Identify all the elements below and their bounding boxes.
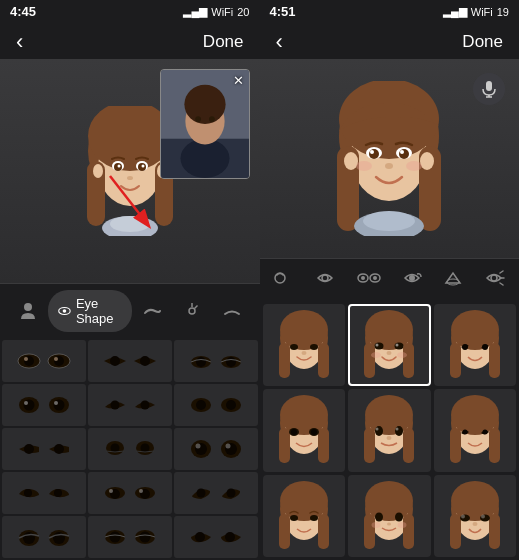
svg-rect-150	[279, 428, 290, 463]
left-toolbar: Eye Shape	[0, 283, 260, 338]
right-toolbar-icon-3[interactable]	[350, 265, 388, 295]
eye-cell-13[interactable]	[2, 516, 86, 558]
svg-point-172	[482, 430, 487, 435]
svg-point-28	[189, 308, 195, 314]
svg-point-171	[462, 430, 467, 435]
svg-point-163	[376, 428, 379, 431]
svg-point-126	[310, 344, 318, 350]
rt-icon-5	[442, 269, 464, 287]
svg-rect-143	[450, 343, 461, 378]
right-memoji	[324, 81, 454, 236]
toolbar-person[interactable]	[8, 295, 48, 327]
svg-rect-151	[318, 428, 329, 463]
eye-cell-4[interactable]	[2, 384, 86, 426]
face-cell-1[interactable]	[263, 304, 346, 387]
eye-cell-5[interactable]	[88, 384, 172, 426]
right-toolbar-icon-6[interactable]	[477, 265, 511, 295]
svg-rect-132	[403, 343, 414, 378]
svg-point-162	[395, 426, 403, 436]
svg-point-50	[140, 401, 149, 410]
eye-cell-1[interactable]	[2, 340, 86, 382]
toolbar-lash[interactable]	[172, 295, 212, 327]
eye-cell-6[interactable]	[174, 384, 258, 426]
svg-point-161	[375, 426, 383, 436]
eye-cell-11[interactable]	[88, 472, 172, 514]
svg-point-48	[54, 401, 58, 405]
eye-cell-15[interactable]	[174, 516, 258, 558]
right-back-button[interactable]: ‹	[276, 31, 283, 53]
svg-rect-177	[318, 514, 329, 549]
svg-point-185	[375, 512, 383, 521]
right-signal-icon: ▂▄▆	[443, 5, 467, 18]
right-toolbar-icon-5[interactable]	[436, 265, 470, 295]
eye-cell-3[interactable]	[174, 340, 258, 382]
svg-rect-159	[364, 428, 375, 463]
left-done-button[interactable]: Done	[203, 32, 244, 52]
rt-icon-6	[483, 269, 505, 287]
lash-icon	[182, 301, 202, 321]
red-arrow	[105, 171, 155, 231]
svg-point-58	[110, 444, 119, 453]
svg-point-188	[398, 522, 407, 528]
face-cell-4[interactable]	[263, 389, 346, 472]
rt-icon-3	[356, 269, 382, 287]
svg-point-102	[406, 161, 422, 171]
svg-point-65	[195, 444, 200, 449]
eye-cell-9[interactable]	[174, 428, 258, 470]
battery-icon: 20	[237, 6, 249, 18]
svg-point-55	[24, 444, 34, 454]
eye-cell-8[interactable]	[88, 428, 172, 470]
svg-point-47	[24, 401, 28, 405]
svg-rect-193	[450, 514, 461, 549]
svg-point-135	[376, 343, 379, 346]
camera-preview-close[interactable]: ✕	[233, 73, 244, 88]
toolbar-eyebrow[interactable]	[132, 295, 172, 327]
svg-point-12	[93, 164, 103, 178]
svg-line-119	[500, 283, 503, 285]
toolbar-eye-shape[interactable]: Eye Shape	[48, 290, 132, 332]
svg-point-198	[481, 514, 485, 518]
right-toolbar-icon-4[interactable]	[395, 265, 429, 295]
svg-point-164	[396, 428, 399, 431]
svg-rect-105	[486, 81, 492, 91]
face-cell-7[interactable]	[263, 475, 346, 558]
right-done-button[interactable]: Done	[462, 32, 503, 52]
eye-cell-7[interactable]	[2, 428, 86, 470]
svg-point-179	[310, 515, 318, 521]
face-cell-5[interactable]	[348, 389, 431, 472]
svg-point-138	[371, 352, 381, 358]
face-cell-6[interactable]	[434, 389, 517, 472]
face-cell-2[interactable]	[348, 304, 431, 387]
svg-point-113	[373, 276, 377, 280]
eye-cell-14[interactable]	[88, 516, 172, 558]
right-toolbar-icon-1[interactable]	[267, 265, 301, 295]
right-toolbar-icon-2[interactable]	[308, 265, 342, 295]
svg-point-136	[396, 343, 399, 346]
svg-point-75	[196, 489, 205, 498]
face-cell-9[interactable]	[434, 475, 517, 558]
svg-point-98	[370, 150, 374, 154]
rt-icon-2	[314, 269, 336, 287]
right-status-icons: ▂▄▆ WiFi 19	[443, 5, 509, 18]
face-cell-8[interactable]	[348, 475, 431, 558]
toolbar-liner[interactable]	[212, 295, 252, 327]
face-svg-7	[269, 481, 339, 551]
svg-point-187	[372, 522, 381, 528]
eye-shape-7	[14, 438, 74, 460]
svg-point-60	[140, 444, 149, 453]
mic-button[interactable]	[473, 73, 505, 105]
eye-cell-12[interactable]	[174, 472, 258, 514]
svg-point-73	[109, 489, 113, 493]
face-cell-3[interactable]	[434, 304, 517, 387]
eye-cell-2[interactable]	[88, 340, 172, 382]
svg-point-93	[420, 152, 434, 170]
left-back-button[interactable]: ‹	[16, 31, 23, 53]
svg-point-101	[356, 161, 372, 171]
eye-cell-10[interactable]	[2, 472, 86, 514]
svg-rect-184	[403, 514, 414, 549]
eye-shape-15	[186, 526, 246, 548]
eye-shape-5	[100, 394, 160, 416]
svg-point-9	[117, 165, 120, 168]
svg-point-68	[54, 489, 62, 497]
left-panel: 4:45 ▂▄▆ WiFi 20 ‹ Done	[0, 0, 260, 560]
